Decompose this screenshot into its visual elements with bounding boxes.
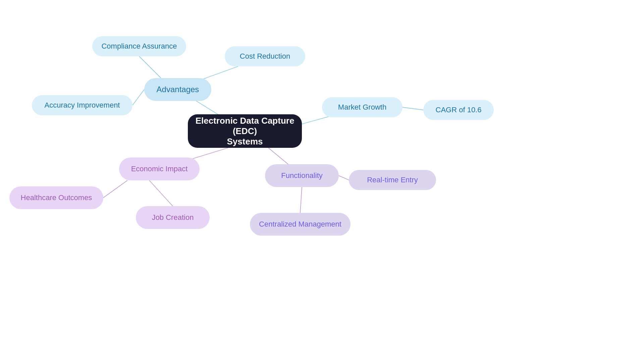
job-creation-node: Job Creation	[136, 206, 210, 229]
job-creation-label: Job Creation	[152, 213, 194, 222]
healthcare-label: Healthcare Outcomes	[21, 193, 92, 202]
svg-line-5	[402, 107, 423, 110]
center-node: Electronic Data Capture (EDC)Systems	[188, 114, 302, 148]
svg-line-7	[103, 180, 127, 198]
accuracy-node: Accuracy Improvement	[32, 95, 132, 115]
advantages-label: Advantages	[157, 85, 199, 94]
svg-line-11	[300, 187, 302, 213]
svg-line-3	[132, 89, 144, 105]
cagr-label: CAGR of 10.6	[436, 106, 482, 114]
cost-reduction-label: Cost Reduction	[240, 52, 290, 61]
economic-impact-label: Economic Impact	[131, 165, 188, 173]
compliance-node: Compliance Assurance	[92, 36, 186, 56]
realtime-label: Real-time Entry	[367, 176, 418, 184]
healthcare-node: Healthcare Outcomes	[9, 186, 103, 209]
functionality-label: Functionality	[281, 171, 323, 180]
centralized-label: Centralized Management	[259, 220, 341, 229]
center-label: Electronic Data Capture (EDC)Systems	[188, 116, 302, 147]
centralized-node: Centralized Management	[250, 213, 351, 236]
realtime-node: Real-time Entry	[349, 170, 436, 190]
advantages-node: Advantages	[144, 78, 211, 101]
accuracy-label: Accuracy Improvement	[45, 101, 120, 110]
market-growth-label: Market Growth	[338, 103, 386, 112]
svg-line-1	[139, 56, 161, 78]
cagr-node: CAGR of 10.6	[423, 100, 494, 120]
market-growth-node: Market Growth	[322, 97, 402, 117]
svg-line-8	[149, 180, 173, 206]
svg-line-10	[339, 176, 349, 180]
economic-impact-node: Economic Impact	[119, 158, 200, 180]
cost-reduction-node: Cost Reduction	[225, 46, 305, 66]
compliance-label: Compliance Assurance	[101, 42, 177, 51]
functionality-node: Functionality	[265, 164, 339, 187]
